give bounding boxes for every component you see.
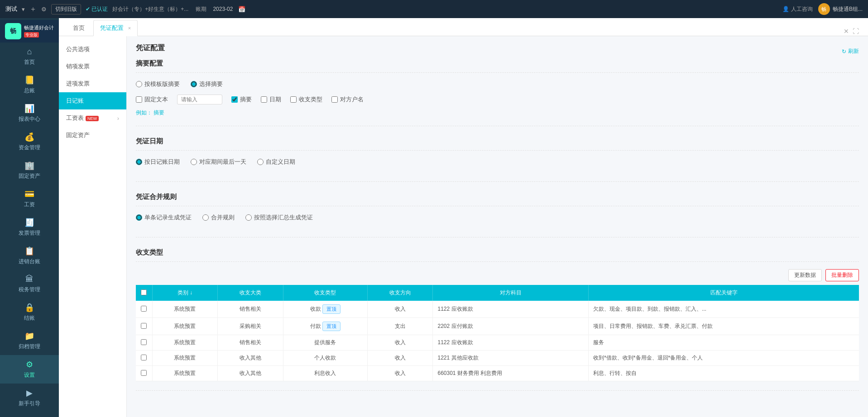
row-checkbox-cell[interactable] [136, 366, 152, 381]
row-keywords: 欠款、现金、项目款、到款、报销款、汇入、... [589, 301, 859, 318]
date-checkbox[interactable] [261, 96, 267, 103]
period-label: 账期 [196, 5, 206, 13]
sidebar-item-ledger[interactable]: 📒 总账 [0, 71, 59, 99]
left-menu-item-fixed-assets[interactable]: 固定资产 [59, 127, 126, 144]
row-checkbox-cell[interactable] [136, 318, 152, 335]
row-checkbox[interactable] [141, 306, 147, 312]
left-menu-item-purchase-invoice[interactable]: 进项发票 [59, 75, 126, 92]
left-menu-item-public[interactable]: 公共选项 [59, 41, 126, 58]
sidebar-item-member[interactable]: ★ 畅会员 [0, 412, 59, 417]
row-account: 660301 财务费用 利息费用 [433, 366, 589, 381]
update-data-button[interactable]: 更新数据 [788, 269, 822, 281]
select-all-checkbox[interactable] [141, 289, 147, 295]
row-checkbox[interactable] [141, 323, 147, 329]
window-maximize-button[interactable]: ⛶ [851, 27, 861, 36]
sidebar-item-tax[interactable]: 🏛 税务管理 [0, 270, 59, 298]
radio-select-input[interactable] [191, 81, 197, 87]
row-checkbox[interactable] [141, 339, 147, 345]
th-checkbox[interactable] [136, 285, 152, 301]
sidebar-item-label-sales: 进销台账 [19, 258, 40, 265]
top-bar-add-icon[interactable]: ＋ [29, 5, 37, 14]
sidebar-item-assets[interactable]: 🏢 固定资产 [0, 156, 59, 185]
radio-journal-date-input[interactable] [136, 159, 142, 165]
radio-period-last-input[interactable] [191, 159, 197, 165]
tab-close-icon[interactable]: × [128, 25, 131, 31]
sidebar-item-invoice[interactable]: 🧾 发票管理 [0, 213, 59, 242]
row-checkbox[interactable] [141, 355, 147, 360]
refresh-button[interactable]: ↻ 刷新 [842, 47, 859, 55]
sidebar-item-settings[interactable]: ⚙ 设置 [0, 355, 59, 384]
row-checkbox-cell[interactable] [136, 351, 152, 366]
sidebar-item-archive[interactable]: 📁 归档管理 [0, 327, 59, 355]
radio-template-label: 按模板版摘要 [144, 80, 180, 88]
table-body: 系统预置 销售相关 收款 置顶 收入 1122 应收账款 欠款、现金、项目款、到… [136, 301, 859, 381]
row-checkbox-cell[interactable] [136, 335, 152, 351]
checkbox-date[interactable]: 日期 [261, 95, 281, 104]
left-menu-item-journal[interactable]: 日记账 [59, 92, 126, 109]
summary-checkbox[interactable] [231, 96, 238, 103]
sidebar-item-label-funds: 资金管理 [19, 144, 40, 152]
row-direction: 收入 [367, 335, 433, 351]
checkbox-summary[interactable]: 摘要 [231, 95, 252, 104]
radio-select-total[interactable]: 按照选择汇总生成凭证 [245, 213, 313, 222]
radio-merge-rule[interactable]: 合并规则 [202, 213, 235, 222]
user-menu[interactable]: 畅 畅捷通B组... [818, 3, 863, 15]
row-direction: 收入 [367, 366, 433, 381]
sidebar-item-sales[interactable]: 📋 进销台账 [0, 242, 59, 270]
table-row: 系统预置 销售相关 提供服务 收入 1122 应收账款 服务 [136, 335, 859, 351]
radio-merge-rule-label: 合并规则 [211, 213, 235, 222]
row-checkbox[interactable] [141, 370, 147, 376]
checkbox-type[interactable]: 收支类型 [290, 95, 322, 104]
checkbox-fixed-text[interactable]: 固定文本 [136, 95, 168, 104]
tab-voucher-config[interactable]: 凭证配置 × [93, 20, 138, 36]
sidebar-item-funds[interactable]: 💰 资金管理 [0, 128, 59, 156]
settings-icon: ⚙ [26, 360, 33, 370]
radio-single-input[interactable] [136, 214, 142, 221]
radio-custom-date-input[interactable] [257, 159, 264, 165]
left-menu-item-sales-invoice[interactable]: 销项发票 [59, 58, 126, 75]
counterpart-checkbox[interactable] [331, 96, 338, 103]
sales-icon: 📋 [24, 246, 34, 256]
sub-type-tag[interactable]: 置顶 [322, 304, 340, 314]
help-icon: 👤 [782, 6, 789, 12]
tab-home[interactable]: 首页 [66, 20, 91, 36]
radio-template[interactable]: 按模板版摘要 [136, 80, 180, 88]
batch-delete-button[interactable]: 批量删除 [825, 269, 859, 281]
row-category: 系统预置 [152, 318, 218, 335]
window-close-button[interactable]: ✕ [842, 27, 851, 36]
radio-select[interactable]: 选择摘要 [191, 80, 223, 88]
row-sub-type: 付款 置顶 [283, 318, 367, 335]
salary-icon: 💳 [24, 189, 34, 199]
ledger-icon: 📒 [24, 75, 34, 85]
radio-merge-rule-input[interactable] [202, 214, 209, 221]
left-menu-label-journal: 日记账 [66, 97, 84, 105]
reports-icon: 📊 [24, 104, 34, 114]
user-name: 畅捷通B组... [833, 5, 863, 13]
sidebar-item-label-assets: 固定资产 [19, 172, 40, 180]
radio-journal-date[interactable]: 按日记账日期 [136, 158, 180, 166]
sub-type-tag[interactable]: 置顶 [322, 322, 340, 331]
radio-custom-date[interactable]: 自定义日期 [257, 158, 295, 166]
calendar-icon[interactable]: 📅 [238, 6, 245, 13]
radio-period-last[interactable]: 对应期间最后一天 [191, 158, 246, 166]
top-bar-arrow-icon[interactable]: ▾ [22, 6, 25, 13]
row-checkbox-cell[interactable] [136, 301, 152, 318]
radio-select-total-input[interactable] [245, 214, 252, 221]
checkbox-counterpart[interactable]: 对方户名 [331, 95, 364, 104]
top-bar-settings-icon[interactable]: ⚙ [41, 6, 47, 13]
sidebar-item-close[interactable]: 🔒 结账 [0, 298, 59, 327]
sidebar-item-reports[interactable]: 📊 报表中心 [0, 99, 59, 128]
fixed-text-checkbox[interactable] [136, 96, 142, 103]
sidebar-item-salary[interactable]: 💳 工资 [0, 185, 59, 213]
sidebar-item-home[interactable]: ⌂ 首页 [0, 43, 59, 71]
left-menu-label-payroll: 工资表NEW [66, 114, 99, 122]
sidebar-item-guide[interactable]: ▶ 新手引导 [0, 384, 59, 412]
left-menu-item-payroll[interactable]: 工资表NEW › [59, 109, 126, 127]
help-button[interactable]: 👤 人工咨询 [782, 5, 813, 13]
switch-version-button[interactable]: 切到旧版 [51, 4, 81, 14]
fixed-text-input[interactable] [177, 95, 222, 104]
row-account: 1221 其他应收款 [433, 351, 589, 366]
radio-single[interactable]: 单条记录生成凭证 [136, 213, 192, 222]
radio-template-input[interactable] [136, 81, 142, 87]
type-checkbox[interactable] [290, 96, 297, 103]
